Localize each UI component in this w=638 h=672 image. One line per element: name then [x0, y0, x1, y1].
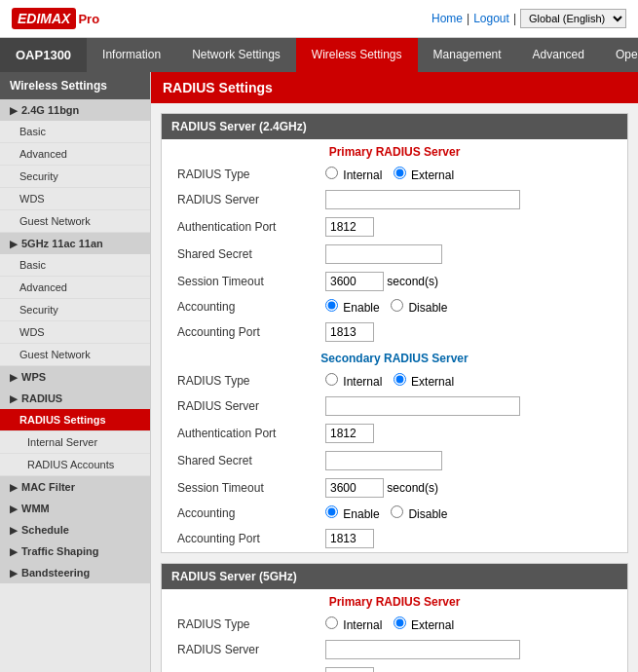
arrow-icon-schedule: ▶	[10, 525, 18, 536]
radio-internal-p5g[interactable]: Internal	[325, 618, 382, 632]
label-radius-server-p5g: RADIUS Server	[162, 636, 318, 663]
sidebar-item-radius-settings[interactable]: RADIUS Settings	[0, 409, 150, 431]
radio-input-external-p5g[interactable]	[394, 616, 406, 629]
arrow-icon-2g: ▶	[10, 105, 18, 116]
input-radius-server-p2g[interactable]	[325, 190, 520, 209]
nav-management[interactable]: Management	[418, 38, 517, 72]
sidebar-item-5g-basic[interactable]: Basic	[0, 254, 150, 277]
logo-edimax: EDIMAX	[12, 8, 76, 29]
table-row: Shared Secret	[162, 447, 627, 474]
content-area: Wireless Settings ▶ 2.4G 11bgn Basic Adv…	[0, 72, 638, 672]
radio-external-p5g[interactable]: External	[394, 618, 454, 632]
sidebar-header-bandsteering[interactable]: ▶ Bandsteering	[0, 562, 150, 583]
sidebar-item-2g-security[interactable]: Security	[0, 166, 150, 188]
sidebar-item-5g-security[interactable]: Security	[0, 299, 150, 321]
radio-input-disable-s2g[interactable]	[391, 505, 403, 518]
secondary-label-2g: Secondary RADIUS Server	[162, 346, 627, 369]
nav-wireless-settings[interactable]: Wireless Settings	[296, 38, 418, 72]
radio-disable-s2g[interactable]: Disable	[391, 507, 447, 521]
sidebar-header-wps[interactable]: ▶ WPS	[0, 366, 150, 388]
header-right: Home | Logout | Global (English)	[432, 9, 626, 28]
input-radius-server-p5g[interactable]	[325, 640, 520, 659]
arrow-icon-traffic: ▶	[10, 546, 18, 557]
header: EDIMAX Pro Home | Logout | Global (Engli…	[0, 0, 638, 38]
radius-5g-header: RADIUS Server (5GHz)	[162, 564, 627, 589]
radio-input-internal-p5g[interactable]	[325, 616, 338, 629]
sidebar-item-2g-wds[interactable]: WDS	[0, 188, 150, 210]
sidebar-label-5g: 5GHz 11ac 11an	[21, 238, 103, 249]
nav-operation-mode[interactable]: Operation Mode	[600, 38, 638, 72]
label-session-timeout-s2g: Session Timeout	[162, 474, 318, 502]
sidebar-item-2g-basic[interactable]: Basic	[0, 121, 150, 143]
radio-internal-s2g[interactable]: Internal	[325, 375, 382, 389]
radio-input-external-p2g[interactable]	[394, 167, 406, 179]
table-row: Authentication Port	[162, 213, 627, 241]
radio-input-enable-p2g[interactable]	[325, 299, 338, 312]
sidebar-header-5g[interactable]: ▶ 5GHz 11ac 11an	[0, 233, 150, 254]
arrow-icon-wps: ▶	[10, 372, 18, 383]
sidebar-section-wmm: ▶ WMM	[0, 498, 150, 519]
radio-external-s2g[interactable]: External	[394, 375, 454, 389]
label-radius-type-s2g: RADIUS Type	[162, 369, 318, 392]
arrow-icon-wmm: ▶	[10, 504, 18, 514]
input-session-timeout-s2g[interactable]	[325, 478, 384, 498]
input-auth-port-p5g[interactable]	[325, 667, 374, 672]
label-shared-secret-p2g: Shared Secret	[162, 241, 318, 268]
sidebar-label-wmm: WMM	[21, 503, 50, 514]
sidebar-header-traffic[interactable]: ▶ Traffic Shaping	[0, 541, 150, 562]
input-accounting-port-s2g[interactable]	[325, 529, 374, 548]
sidebar-item-2g-guest[interactable]: Guest Network	[0, 210, 150, 233]
arrow-icon-5g: ▶	[10, 239, 18, 249]
sidebar-label-traffic: Traffic Shaping	[21, 545, 98, 557]
input-auth-port-p2g[interactable]	[325, 217, 374, 237]
nav-advanced[interactable]: Advanced	[517, 38, 600, 72]
arrow-icon-radius: ▶	[10, 393, 18, 404]
table-row: RADIUS Type Internal External	[162, 163, 627, 186]
table-row: RADIUS Type Internal External	[162, 369, 627, 392]
radio-input-internal-s2g[interactable]	[325, 373, 338, 386]
primary-form-5g: RADIUS Type Internal External RADIUS Ser…	[162, 613, 627, 672]
sidebar-header-wmm[interactable]: ▶ WMM	[0, 498, 150, 519]
radio-external-p2g[interactable]: External	[394, 168, 454, 182]
sidebar-header-macfilter[interactable]: ▶ MAC Filter	[0, 476, 150, 498]
label-auth-port-p2g: Authentication Port	[162, 213, 318, 241]
radio-enable-p2g[interactable]: Enable	[325, 301, 380, 315]
input-shared-secret-s2g[interactable]	[325, 451, 442, 470]
nav-information[interactable]: Information	[87, 38, 176, 72]
sidebar-section-wps: ▶ WPS	[0, 366, 150, 388]
sidebar-header-radius[interactable]: ▶ RADIUS	[0, 388, 150, 409]
radius-2g-header: RADIUS Server (2.4GHz)	[162, 114, 627, 139]
radio-input-disable-p2g[interactable]	[391, 299, 403, 312]
sidebar-header-schedule[interactable]: ▶ Schedule	[0, 519, 150, 541]
input-radius-server-s2g[interactable]	[325, 396, 520, 416]
radio-internal-p2g[interactable]: Internal	[325, 168, 382, 182]
table-row: Accounting Enable Disable	[162, 502, 627, 525]
sidebar-item-5g-wds[interactable]: WDS	[0, 321, 150, 344]
sidebar-label-schedule: Schedule	[21, 524, 69, 536]
logout-link[interactable]: Logout	[473, 12, 509, 25]
sidebar-item-5g-guest[interactable]: Guest Network	[0, 344, 150, 366]
nav-oap1300: OAP1300	[0, 38, 87, 72]
sidebar-item-5g-advanced[interactable]: Advanced	[0, 277, 150, 299]
sidebar-item-internal-server[interactable]: Internal Server	[0, 431, 150, 454]
language-select[interactable]: Global (English)	[520, 9, 626, 28]
sidebar-header-2g[interactable]: ▶ 2.4G 11bgn	[0, 99, 150, 121]
sidebar-item-radius-accounts[interactable]: RADIUS Accounts	[0, 454, 150, 476]
input-accounting-port-p2g[interactable]	[325, 322, 374, 342]
radio-input-enable-s2g[interactable]	[325, 505, 338, 518]
radio-enable-s2g[interactable]: Enable	[325, 507, 380, 521]
radio-input-external-s2g[interactable]	[394, 373, 406, 386]
label-radius-server-s2g: RADIUS Server	[162, 392, 318, 420]
input-session-timeout-p2g[interactable]	[325, 272, 384, 291]
nav-network-settings[interactable]: Network Settings	[176, 38, 296, 72]
home-link[interactable]: Home	[432, 12, 463, 25]
sidebar-item-2g-advanced[interactable]: Advanced	[0, 143, 150, 166]
table-row: RADIUS Server	[162, 186, 627, 213]
radio-disable-p2g[interactable]: Disable	[391, 301, 447, 315]
input-auth-port-s2g[interactable]	[325, 424, 374, 443]
radius-section-2g: RADIUS Server (2.4GHz) Primary RADIUS Se…	[161, 113, 628, 553]
input-shared-secret-p2g[interactable]	[325, 244, 442, 264]
radio-input-internal-p2g[interactable]	[325, 167, 338, 179]
table-row: RADIUS Type Internal External	[162, 613, 627, 636]
primary-form-2g: RADIUS Type Internal External RADIUS Ser…	[162, 163, 627, 346]
